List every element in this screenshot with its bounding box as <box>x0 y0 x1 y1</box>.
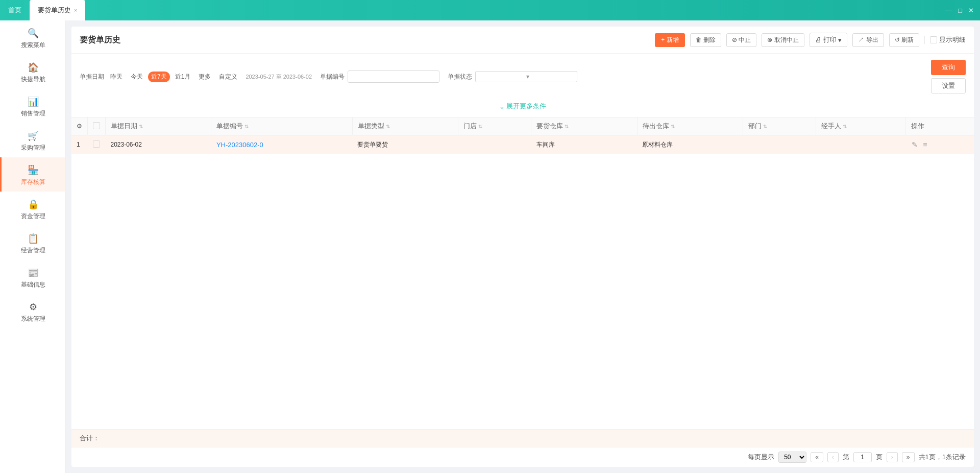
action-icons: ✎ ≡ <box>911 139 969 150</box>
shortcut-yesterday[interactable]: 昨天 <box>107 72 126 82</box>
status-select[interactable]: ▾ <box>475 71 577 82</box>
date-shortcuts: 昨天 今天 近7天 近1月 更多 自定义 <box>107 72 240 82</box>
settings-button[interactable]: 设置 <box>931 78 966 93</box>
th-checkbox[interactable] <box>88 117 106 135</box>
table-header-row: ⚙ 单据日期 ⇅ 单据编号 ⇅ <box>71 117 974 135</box>
shortcut-custom[interactable]: 自定义 <box>216 72 240 82</box>
th-pending-warehouse[interactable]: 待出仓库 ⇅ <box>637 117 743 135</box>
top-bar: 首页 要货单历史 × — □ ✕ <box>0 0 980 20</box>
sort-icon-store: ⇅ <box>478 124 482 129</box>
th-doc-type[interactable]: 单据类型 ⇅ <box>352 117 458 135</box>
th-handler[interactable]: 经手人 ⇅ <box>816 117 905 135</box>
sidebar-item-basic-info[interactable]: 📰 基础信息 <box>0 260 65 294</box>
chevron-down-expand-icon: ⌄ <box>499 103 505 110</box>
sidebar-item-system-mgmt[interactable]: ⚙ 系统管理 <box>0 294 65 328</box>
export-button[interactable]: ↗ 导出 <box>852 33 884 47</box>
shortcut-more[interactable]: 更多 <box>195 72 214 82</box>
total-info: 共1页，1条记录 <box>919 453 966 462</box>
th-store[interactable]: 门店 ⇅ <box>458 117 531 135</box>
row-checkbox[interactable] <box>88 135 106 154</box>
doc-number-input[interactable] <box>348 70 439 83</box>
table-body: 1 2023-06-02 YH-20230602-0 要货单要货 车间库 原材料… <box>71 135 974 154</box>
cell-doc-number: YH-20230602-0 <box>211 135 352 154</box>
expand-row: ⌄ 展开更多条件 <box>80 100 966 113</box>
filter-actions: 查询 设置 <box>931 60 966 93</box>
table-container: ⚙ 单据日期 ⇅ 单据编号 ⇅ <box>71 117 974 429</box>
sidebar-item-sales-mgmt[interactable]: 📊 销售管理 <box>0 89 65 123</box>
purchase-icon: 🛒 <box>28 130 39 141</box>
date-filter-label: 单据日期 <box>80 73 104 81</box>
page-number-input[interactable] <box>853 452 872 462</box>
basic-info-icon: 📰 <box>28 267 39 278</box>
shortcut-last1month[interactable]: 近1月 <box>172 72 194 82</box>
doc-number-label: 单据编号 <box>320 73 345 81</box>
th-req-warehouse[interactable]: 要货仓库 ⇅ <box>531 117 637 135</box>
first-page-button[interactable]: « <box>811 452 823 462</box>
cell-req-warehouse: 车间库 <box>531 135 637 154</box>
shortcut-today[interactable]: 今天 <box>128 72 146 82</box>
page-title: 要货单历史 <box>80 35 120 45</box>
minimize-icon[interactable]: — <box>945 7 952 14</box>
table-row[interactable]: 1 2023-06-02 YH-20230602-0 要货单要货 车间库 原材料… <box>71 135 974 154</box>
cell-doc-date: 2023-06-02 <box>106 135 211 154</box>
th-doc-number[interactable]: 单据编号 ⇅ <box>211 117 352 135</box>
sort-icon-doc-number: ⇅ <box>244 124 249 129</box>
refresh-button[interactable]: ↺ 刷新 <box>889 33 919 47</box>
edit-icon[interactable]: ✎ <box>911 139 919 150</box>
toolbar: + 新增 🗑 删除 ⊘ 中止 ⊗ 取消中止 🖨 打印 ▾ ↗ 导出 ↺ 刷新 显… <box>655 33 966 47</box>
row-checkbox-icon[interactable] <box>93 140 100 148</box>
main-table: ⚙ 单据日期 ⇅ 单据编号 ⇅ <box>71 117 974 154</box>
maximize-icon[interactable]: □ <box>958 7 962 14</box>
tab-close-icon[interactable]: × <box>74 7 77 13</box>
display-cells-checkbox[interactable] <box>930 36 937 43</box>
delete-button[interactable]: 🗑 删除 <box>690 33 721 47</box>
more-action-icon[interactable]: ≡ <box>922 139 928 150</box>
page-size-select[interactable]: 20 50 100 200 <box>778 452 806 463</box>
stop-button[interactable]: ⊘ 中止 <box>726 33 756 47</box>
sidebar-item-finance-mgmt[interactable]: 🔒 资金管理 <box>0 192 65 226</box>
content-area: 要货单历史 + 新增 🗑 删除 ⊘ 中止 ⊗ 取消中止 🖨 打印 ▾ ↗ 导出 … <box>65 20 980 473</box>
inventory-icon: 🏪 <box>28 164 39 176</box>
new-button[interactable]: + 新增 <box>655 33 684 47</box>
toolbar-divider <box>924 36 925 44</box>
cell-operation: ✎ ≡ <box>905 135 974 154</box>
sidebar-item-purchase-mgmt[interactable]: 🛒 采购管理 <box>0 123 65 157</box>
sales-icon: 📊 <box>28 96 39 107</box>
cancel-stop-button[interactable]: ⊗ 取消中止 <box>762 33 804 47</box>
sidebar-item-search-menu[interactable]: 🔍 搜索菜单 <box>0 20 65 55</box>
sidebar-item-operations-mgmt[interactable]: 📋 经营管理 <box>0 226 65 260</box>
sidebar-item-quick-nav[interactable]: 🏠 快捷导航 <box>0 55 65 89</box>
chevron-down-icon: ▾ <box>838 36 842 44</box>
th-doc-date[interactable]: 单据日期 ⇅ <box>106 117 211 135</box>
query-button[interactable]: 查询 <box>931 60 966 75</box>
cell-doc-type: 要货单要货 <box>352 135 458 154</box>
tab-bar: 首页 要货单历史 × <box>0 0 85 20</box>
search-icon: 🔍 <box>28 28 39 39</box>
status-filter-label: 单据状态 <box>448 73 472 81</box>
doc-number-link[interactable]: YH-20230602-0 <box>216 141 263 149</box>
sort-icon-req-warehouse: ⇅ <box>565 124 569 129</box>
next-page-button[interactable]: › <box>887 452 898 462</box>
th-gear[interactable]: ⚙ <box>71 117 88 135</box>
cell-department <box>743 135 816 154</box>
filter-docnumber-group: 单据编号 <box>320 70 439 83</box>
finance-icon: 🔒 <box>28 199 39 210</box>
expand-filter-button[interactable]: ⌄ 展开更多条件 <box>495 100 550 113</box>
tab-requisition-history[interactable]: 要货单历史 × <box>30 0 85 20</box>
sort-icon-doc-date: ⇅ <box>139 124 143 129</box>
tab-home[interactable]: 首页 <box>0 0 30 20</box>
print-button[interactable]: 🖨 打印 ▾ <box>810 33 848 47</box>
main-layout: 🔍 搜索菜单 🏠 快捷导航 📊 销售管理 🛒 采购管理 🏪 库存核算 🔒 资金管… <box>0 20 980 473</box>
sidebar: 🔍 搜索菜单 🏠 快捷导航 📊 销售管理 🛒 采购管理 🏪 库存核算 🔒 资金管… <box>0 20 65 473</box>
th-department[interactable]: 部门 ⇅ <box>743 117 816 135</box>
page-card: 要货单历史 + 新增 🗑 删除 ⊘ 中止 ⊗ 取消中止 🖨 打印 ▾ ↗ 导出 … <box>71 27 974 467</box>
sidebar-item-inventory[interactable]: 🏪 库存核算 <box>0 157 65 192</box>
sort-icon-department: ⇅ <box>763 124 767 129</box>
header-checkbox[interactable] <box>93 122 100 129</box>
shortcut-last7days[interactable]: 近7天 <box>148 72 170 82</box>
last-page-button[interactable]: » <box>902 452 915 462</box>
display-cells-toggle[interactable]: 显示明细 <box>930 35 966 44</box>
close-window-icon[interactable]: ✕ <box>968 7 974 14</box>
sort-icon-pending-warehouse: ⇅ <box>671 124 675 129</box>
prev-page-button[interactable]: ‹ <box>827 452 839 462</box>
